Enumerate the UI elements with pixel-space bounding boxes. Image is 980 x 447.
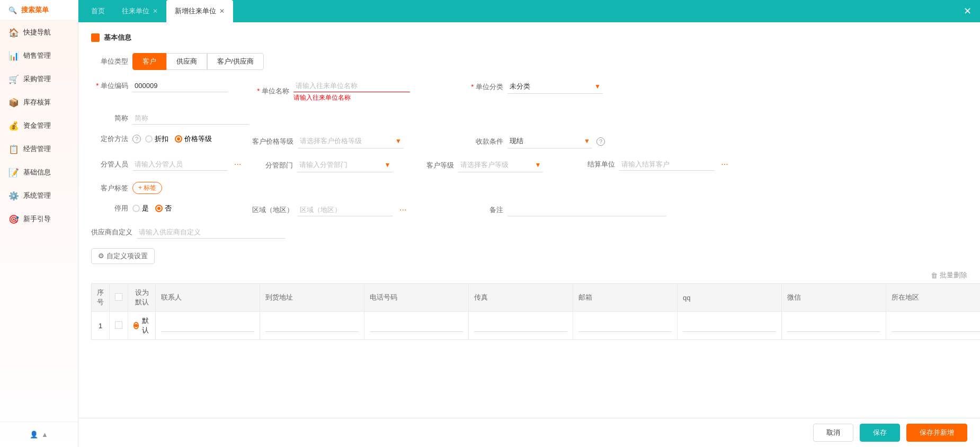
short-name-input[interactable] [132, 112, 249, 125]
unit-type-row: 单位类型 客户 供应商 客户/供应商 [91, 53, 967, 70]
home-icon: 🏠 [8, 27, 19, 38]
customer-price-arrow: ▼ [395, 137, 402, 145]
sidebar-bottom-user[interactable]: 👤 ▲ [0, 426, 78, 443]
payment-terms-value: 现结 [510, 136, 523, 146]
tab-home[interactable]: 首页 [83, 0, 113, 22]
section-title-text: 基本信息 [104, 33, 131, 42]
pricing-help-icon[interactable]: ? [132, 135, 141, 143]
sidebar-item-operations[interactable]: 📋 经营管理 [0, 137, 78, 161]
tab-bar: 首页 往来单位 ✕ 新增往来单位 ✕ ✕ [78, 0, 980, 22]
unit-type-both-btn[interactable]: 客户/供应商 [207, 53, 264, 70]
manager-dots[interactable]: ··· [232, 160, 243, 169]
row-qq-input[interactable] [683, 319, 776, 332]
tab-new-partner[interactable]: 新增往来单位 ✕ [166, 0, 233, 22]
row-address-input[interactable] [265, 319, 359, 332]
customer-price-level-select[interactable]: 请选择客户价格等级 ▼ [298, 134, 404, 148]
row-email-input[interactable] [578, 319, 672, 332]
tab-partners[interactable]: 往来单位 ✕ [113, 0, 166, 22]
sales-icon: 📊 [8, 50, 19, 61]
supplier-custom-label: 供应商自定义 [91, 227, 132, 237]
payment-terms-select[interactable]: 现结 ▼ [507, 134, 592, 148]
sidebar-item-sales[interactable]: 📊 销售管理 [0, 44, 78, 67]
col-address: 到货地址 [260, 284, 364, 312]
row-location-input[interactable] [892, 319, 980, 332]
pricing-level-option[interactable]: 价格等级 [175, 134, 212, 144]
remark-label: 备注 [466, 205, 503, 215]
tab-partners-close[interactable]: ✕ [153, 7, 158, 15]
row-email [573, 312, 678, 340]
customer-level-select[interactable]: 请选择客户等级 ▼ [458, 158, 543, 172]
manager-input[interactable] [132, 158, 228, 171]
unit-name-label: 单位名称 [252, 86, 289, 96]
unit-type-customer-btn[interactable]: 客户 [132, 53, 166, 70]
tab-new-partner-close[interactable]: ✕ [219, 7, 225, 15]
inventory-icon: 📦 [8, 97, 19, 108]
disabled-no-radio[interactable] [155, 205, 163, 212]
footer: 取消 保存 保存并新增 [78, 418, 980, 447]
unit-type-supplier-btn[interactable]: 供应商 [166, 53, 207, 70]
batch-delete-label[interactable]: 批量删除 [940, 270, 967, 280]
sidebar-item-inventory[interactable]: 📦 库存核算 [0, 91, 78, 114]
row-wechat-input[interactable] [787, 319, 880, 332]
tab-home-label: 首页 [91, 6, 105, 16]
row-default-radio-item[interactable]: 默认 [133, 316, 150, 335]
unit-name-input[interactable] [293, 80, 410, 92]
department-placeholder: 请输入分管部门 [299, 160, 348, 170]
supplier-custom-input[interactable] [137, 226, 285, 239]
pricing-level-radio[interactable] [175, 135, 182, 143]
disabled-yes-radio[interactable] [132, 205, 140, 212]
select-all-checkbox[interactable] [115, 293, 122, 301]
settlement-unit-input[interactable] [619, 158, 715, 171]
tab-bar-close[interactable]: ✕ [959, 5, 976, 17]
region-label: 区域（地区） [252, 205, 293, 215]
unit-category-value: 未分类 [510, 82, 530, 91]
settlement-dots[interactable]: ··· [719, 160, 730, 169]
table-body: 1 默认 [92, 312, 981, 340]
sidebar-item-label: 新手引导 [23, 214, 51, 224]
sidebar-item-purchase[interactable]: 🛒 采购管理 [0, 67, 78, 91]
supplier-custom-row: 供应商自定义 [91, 226, 967, 239]
row-contact-input[interactable] [161, 319, 254, 332]
unit-name-error: 请输入往来单位名称 [293, 93, 410, 102]
sidebar-item-system[interactable]: ⚙️ 系统管理 [0, 184, 78, 207]
pricing-discount-option[interactable]: 折扣 [145, 134, 168, 144]
disabled-yes-label: 是 [142, 204, 149, 213]
region-dots[interactable]: ··· [397, 205, 408, 215]
batch-delete: 🗑 批量删除 [91, 270, 967, 280]
row-fax-input[interactable] [474, 319, 567, 332]
custom-settings-btn[interactable]: ⚙ 自定义项设置 [91, 248, 155, 264]
unit-code-input[interactable] [132, 80, 228, 92]
search-menu-label: 搜索菜单 [21, 5, 49, 15]
cancel-button[interactable]: 取消 [813, 424, 853, 442]
row-checkbox[interactable] [115, 321, 122, 329]
row-contact [156, 312, 260, 340]
col-checkbox [110, 284, 128, 312]
disabled-yes-option[interactable]: 是 [132, 204, 149, 213]
customer-tag-add-btn[interactable]: + 标签 [132, 182, 162, 194]
unit-type-field: 单位类型 客户 供应商 客户/供应商 [91, 53, 264, 70]
unit-type-group: 客户 供应商 客户/供应商 [132, 53, 264, 70]
manager-row: 分管人员 ··· 分管部门 请输入分管部门 ▼ 客户等级 请选择客户等级 ▼ 结… [91, 158, 967, 172]
save-new-button[interactable]: 保存并新增 [906, 424, 967, 442]
sidebar-item-basic[interactable]: 📝 基础信息 [0, 161, 78, 184]
tab-new-partner-label: 新增往来单位 [175, 6, 216, 16]
remark-input[interactable] [507, 204, 666, 216]
payment-terms-arrow: ▼ [584, 137, 590, 145]
sidebar-item-finance[interactable]: 💰 资金管理 [0, 114, 78, 137]
department-select[interactable]: 请输入分管部门 ▼ [297, 158, 393, 172]
save-button[interactable]: 保存 [860, 424, 900, 442]
col-wechat: 微信 [782, 284, 886, 312]
disabled-no-option[interactable]: 否 [155, 204, 172, 213]
sidebar-item-guide[interactable]: 🎯 新手引导 [0, 207, 78, 231]
row-qq [678, 312, 782, 340]
search-menu[interactable]: 🔍 搜索菜单 [0, 0, 78, 21]
unit-category-select[interactable]: 未分类 ▼ [507, 80, 603, 94]
row-phone-input[interactable] [370, 319, 463, 332]
pricing-discount-radio[interactable] [145, 135, 153, 143]
region-input[interactable] [298, 204, 393, 216]
payment-help-icon[interactable]: ? [596, 137, 605, 146]
row-default-radio[interactable] [133, 322, 139, 329]
sidebar-item-quick-nav[interactable]: 🏠 快捷导航 [0, 21, 78, 44]
disabled-label: 停用 [91, 204, 128, 213]
department-field: 分管部门 请输入分管部门 ▼ [256, 158, 404, 172]
